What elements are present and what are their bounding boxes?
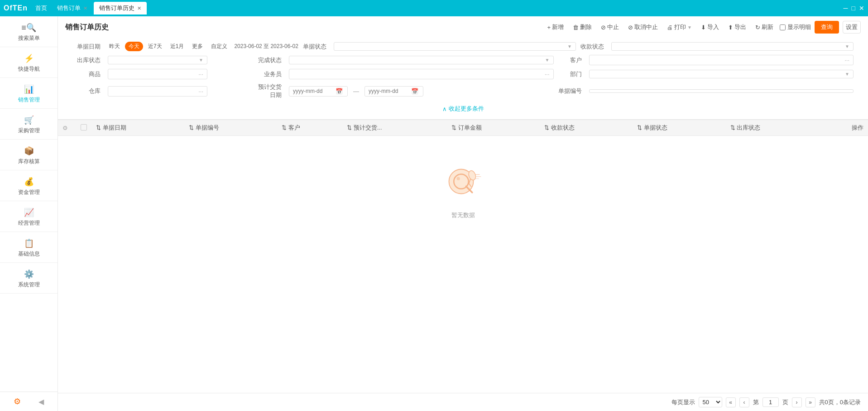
minimize-button[interactable]: ─	[844, 5, 848, 12]
date-btn-last7[interactable]: 近7天	[145, 42, 165, 51]
basic-info-icon: 📋	[24, 238, 34, 248]
print-button[interactable]: 🖨 打印 ▼	[664, 21, 695, 33]
department-arrow: ▼	[845, 72, 849, 77]
sidebar-item-finance[interactable]: 💰 资金管理	[0, 170, 58, 201]
collapse-filters-row[interactable]: ∧ 收起更多条件	[72, 103, 854, 116]
print-icon: 🖨	[667, 24, 673, 31]
display-cols-checkbox-label[interactable]: 显示明细	[780, 23, 811, 31]
sidebar-settings-icon[interactable]: ⚙	[14, 396, 21, 406]
close-button[interactable]: ✕	[859, 5, 864, 12]
date-btn-today[interactable]: 今天	[125, 42, 143, 51]
brand-logo: OfTEn	[4, 4, 28, 12]
close-sales-order-history-tab[interactable]: ✕	[137, 5, 141, 11]
maximize-button[interactable]: □	[852, 5, 855, 12]
date-btn-yesterday[interactable]: 昨天	[106, 42, 123, 51]
sidebar-item-inventory[interactable]: 📦 库存核算	[0, 140, 58, 170]
th-checkbox	[76, 120, 91, 136]
date-to-field[interactable]	[369, 88, 409, 94]
customer-input[interactable]: ···	[589, 55, 854, 65]
table-settings-icon[interactable]: ⚙	[62, 125, 68, 131]
per-page-select[interactable]: 50 10 20 100	[699, 397, 722, 407]
query-button[interactable]: 查询	[815, 21, 839, 34]
date-from-field[interactable]	[293, 88, 334, 94]
close-sales-order-tab[interactable]: ✕	[83, 5, 87, 11]
sidebar: ≡🔍 搜索菜单 ⚡ 快捷导航 📊 销售管理 🛒 采购管理 📦 库存核算 💰 资金…	[0, 16, 58, 411]
pagination-first-btn[interactable]: «	[726, 397, 736, 407]
collapse-up-icon: ∧	[442, 106, 447, 112]
tab-sales-order-history[interactable]: 销售订单历史 ✕	[94, 2, 147, 15]
th-operation: 操作	[819, 120, 868, 136]
table-header-row: ⚙ ⇅ 单据日期 ⇅ 单据编号	[58, 120, 868, 136]
expected-date-from-input[interactable]: 📅	[289, 86, 348, 97]
cancel-stop-icon: ⊘	[628, 24, 633, 31]
payment-status-section: 收款状态 ▼	[576, 42, 854, 51]
pagination-next-btn[interactable]: ›	[792, 397, 802, 407]
operations-icon: 📈	[24, 208, 34, 218]
th-expected-delivery: ⇅ 预计交货...	[342, 120, 447, 136]
pagination-last-btn[interactable]: »	[806, 397, 815, 407]
salesperson-input[interactable]: ···	[289, 69, 554, 79]
sidebar-item-system-mgmt[interactable]: ⚙️ 系统管理	[0, 263, 58, 294]
pagination-prev-btn[interactable]: ‹	[739, 397, 749, 407]
product-section: 商品 ···	[72, 69, 254, 79]
order-no-section: 单据编号	[554, 87, 854, 95]
stop-button[interactable]: ⊘ 中止	[598, 21, 622, 33]
th-order-no: ⇅ 单据编号	[184, 120, 277, 136]
cancel-stop-button[interactable]: ⊘ 取消中止	[625, 21, 661, 33]
empty-state: 暂无数据	[58, 136, 868, 237]
select-all-checkbox[interactable]	[81, 124, 87, 131]
settings-button[interactable]: 设置	[843, 21, 861, 34]
filter-row-4: 仓库 ··· 预计交货日期 📅 —	[72, 83, 854, 99]
expected-date-to-input[interactable]: 📅	[364, 86, 423, 97]
tab-sales-order[interactable]: 销售订单 ✕	[52, 2, 93, 15]
export-button[interactable]: ⬆ 导出	[725, 21, 749, 33]
main-layout: ≡🔍 搜索菜单 ⚡ 快捷导航 📊 销售管理 🛒 采购管理 📦 库存核算 💰 资金…	[0, 16, 868, 411]
empty-icon	[443, 163, 484, 204]
page-number-input[interactable]	[762, 397, 779, 407]
order-status-select[interactable]: ▼	[334, 42, 576, 51]
th-order-status: ⇅ 单据状态	[633, 120, 725, 136]
system-mgmt-icon: ⚙️	[24, 269, 34, 279]
display-cols-checkbox[interactable]	[780, 24, 786, 30]
product-ellipsis-icon: ···	[198, 71, 203, 77]
date-btn-custom[interactable]: 自定义	[208, 42, 230, 51]
order-no-input[interactable]	[589, 89, 854, 93]
date-btn-last1month[interactable]: 近1月	[167, 42, 187, 51]
date-btn-more[interactable]: 更多	[189, 42, 206, 51]
sidebar-toggle-icon[interactable]: ◀	[38, 397, 44, 406]
print-dropdown-icon: ▼	[687, 25, 692, 30]
warehouse-input[interactable]: ···	[108, 86, 207, 97]
date-from-cal-icon[interactable]: 📅	[336, 88, 343, 95]
salesperson-ellipsis-icon: ···	[545, 71, 550, 77]
filter-row-2: 出库状态 ▼ 完成状态 ▼ 客户	[72, 55, 854, 65]
delivery-status-select[interactable]: ▼	[108, 56, 207, 64]
department-select[interactable]: ▼	[589, 70, 854, 78]
page-title-row: 销售订单历史 + 新增 🗑 删除 ⊘ 中止 ⊘	[65, 21, 861, 34]
completion-status-select[interactable]: ▼	[289, 56, 554, 64]
sidebar-item-quick-nav[interactable]: ⚡ 快捷导航	[0, 47, 58, 78]
payment-status-select[interactable]: ▼	[611, 42, 854, 51]
quick-nav-icon: ⚡	[24, 53, 34, 63]
date-quick-btns: 昨天 今天 近7天 近1月 更多 自定义	[106, 42, 230, 51]
warehouse-ellipsis-icon: ···	[198, 88, 203, 95]
date-to-cal-icon[interactable]: 📅	[411, 88, 418, 95]
pagination-bar: 每页显示 50 10 20 100 « ‹ 第 页 › » 共0页，0条记录	[58, 393, 868, 411]
delete-button[interactable]: 🗑 删除	[570, 21, 595, 33]
purchase-mgmt-icon: 🛒	[24, 115, 34, 125]
refresh-icon: ↻	[755, 24, 760, 31]
import-button[interactable]: ⬇ 导入	[698, 21, 722, 33]
tab-home[interactable]: 首页	[31, 2, 52, 14]
sidebar-item-search-menu[interactable]: ≡🔍 搜索菜单	[0, 16, 58, 47]
refresh-button[interactable]: ↻ 刷新	[753, 21, 776, 33]
sidebar-item-basic-info[interactable]: 📋 基础信息	[0, 232, 58, 263]
toolbar: + 新增 🗑 删除 ⊘ 中止 ⊘ 取消中止	[545, 21, 861, 34]
customer-ellipsis-icon: ···	[844, 57, 849, 63]
sales-mgmt-icon: 📊	[24, 84, 34, 94]
sidebar-item-sales-mgmt[interactable]: 📊 销售管理	[0, 78, 58, 109]
product-input[interactable]: ···	[108, 69, 207, 79]
completion-status-arrow: ▼	[545, 58, 550, 63]
date-range-display: 2023-06-02 至 2023-06-02	[234, 43, 298, 50]
sidebar-item-purchase-mgmt[interactable]: 🛒 采购管理	[0, 109, 58, 140]
new-button[interactable]: + 新增	[545, 21, 567, 33]
sidebar-item-operations[interactable]: 📈 经营管理	[0, 201, 58, 232]
